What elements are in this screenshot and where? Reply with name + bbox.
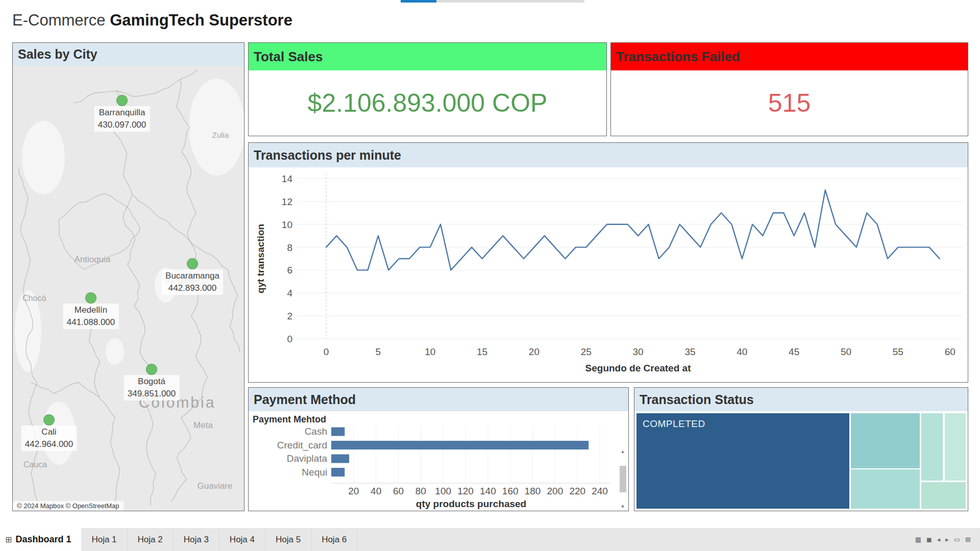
tab-hoja-1[interactable]: Hoja 1 <box>81 528 127 551</box>
map-terrain-patch <box>189 79 244 176</box>
total-sales-header: Total Sales <box>249 43 606 70</box>
top-scrollbar-thumb[interactable] <box>401 0 436 3</box>
x-tick-label: 30 <box>633 346 644 357</box>
city-label: Medellín441.088.000 <box>63 304 119 329</box>
y-axis-title: qyt transaction <box>255 224 266 293</box>
bar-category-label: Daviplata <box>287 453 328 464</box>
map-region-label: Zulia <box>212 131 229 139</box>
scroll-down-icon[interactable]: ▼ <box>621 504 625 509</box>
city-marker-dot[interactable] <box>146 364 157 375</box>
x-tick-label: 45 <box>789 346 799 357</box>
transactions-line-chart[interactable]: 02468101214051015202530354045505560qyt t… <box>249 167 968 382</box>
total-sales-title: Total Sales <box>254 49 323 65</box>
transactions-failed-card: Transactions Failed 515 <box>610 42 968 136</box>
previous-sheet-icon[interactable]: ◂ <box>937 536 941 543</box>
map-terrain-patch <box>106 338 124 365</box>
tab-label: Hoja 3 <box>184 535 209 545</box>
bar-category-label: Credit_card <box>277 440 327 451</box>
tab-hoja-3[interactable]: Hoja 3 <box>174 528 219 551</box>
x-tick-label: 0 <box>324 346 329 357</box>
city-name: Cali <box>25 426 74 438</box>
city-marker-dot[interactable] <box>116 95 128 106</box>
sheet-sorter-icon[interactable]: ▦ <box>915 536 921 543</box>
tab-dashboard-1[interactable]: ⊞Dashboard 1 <box>0 528 81 551</box>
bar-x-tick-label: 200 <box>547 486 564 496</box>
transaction-status-panel: Transaction Status COMPLETED <box>634 387 968 511</box>
tab-hoja-4[interactable]: Hoja 4 <box>219 528 265 551</box>
fullscreen-icon[interactable]: ⊠ <box>965 536 971 543</box>
presentation-mode-icon[interactable]: ▭ <box>954 536 960 543</box>
bar-x-tick-label: 180 <box>525 486 541 496</box>
transactions-per-minute-panel: Transactions per minute 0246810121405101… <box>248 142 968 383</box>
x-tick-label: 50 <box>841 346 851 357</box>
payment-bar[interactable] <box>331 455 349 463</box>
tab-hoja-6[interactable]: Hoja 6 <box>311 528 357 551</box>
payment-bar[interactable] <box>331 441 589 449</box>
bar-x-axis-title: qty products purchased <box>416 498 526 509</box>
x-tick-label: 40 <box>737 346 747 357</box>
treemap-block-completed[interactable]: COMPLETED <box>636 413 849 509</box>
bar-x-tick-label: 20 <box>348 486 359 496</box>
sheet-tab-bar: ⊞Dashboard 1 Hoja 1Hoja 2Hoja 3Hoja 4Hoj… <box>0 528 980 551</box>
city-sales-value: 430.097.000 <box>98 119 146 131</box>
total-sales-value: $2.106.893.000 COP <box>249 70 606 136</box>
top-scrollbar-track[interactable] <box>436 0 584 3</box>
bar-x-tick-label: 220 <box>569 486 585 496</box>
city-label: Bogotá349.851.000 <box>124 375 180 400</box>
map-region-label: Cauca <box>23 460 47 469</box>
bar-x-tick-label: 160 <box>502 486 519 496</box>
city-marker-dot[interactable] <box>43 414 55 425</box>
payment-method-header: Payment Method <box>249 388 628 411</box>
treemap-block[interactable] <box>945 413 966 481</box>
map-region-label: Antioquia <box>75 255 111 265</box>
payment-method-bar-chart[interactable]: Payment MehtodCashCredit_cardDaviplataNe… <box>249 411 628 511</box>
x-axis-title: Segundo de Created at <box>585 363 692 373</box>
y-tick-label: 2 <box>287 311 292 321</box>
treemap-block[interactable] <box>921 413 943 481</box>
treemap-block[interactable] <box>851 413 920 468</box>
bar-x-tick-label: 120 <box>457 486 474 496</box>
city-label: Bucaramanga442.893.000 <box>162 269 223 295</box>
map-terrain-patch <box>22 121 65 194</box>
x-tick-label: 25 <box>581 346 592 357</box>
tab-label: Hoja 2 <box>138 535 163 545</box>
tab-label: Hoja 1 <box>91 535 116 545</box>
treemap-block[interactable] <box>851 469 920 509</box>
map-boundary-line <box>123 196 156 506</box>
film-strip-icon[interactable]: ◼ <box>926 536 932 543</box>
city-name: Bogotá <box>128 375 176 388</box>
map-canvas[interactable]: ZuliaAntioquiaSantanderChocóColombiaMeta… <box>13 66 244 511</box>
bar-x-tick-label: 40 <box>371 486 381 496</box>
payment-scrollbar[interactable]: ▲ ▼ <box>618 449 627 509</box>
city-marker-dot[interactable] <box>187 258 198 269</box>
tab-hoja-5[interactable]: Hoja 5 <box>265 528 311 551</box>
transaction-status-treemap: COMPLETED <box>636 413 966 509</box>
bar-x-tick-label: 240 <box>592 486 608 496</box>
transactions-per-minute-title: Transactions per minute <box>254 148 401 163</box>
x-tick-label: 35 <box>684 346 695 357</box>
treemap-block[interactable] <box>921 482 966 509</box>
payment-bar[interactable] <box>331 468 345 477</box>
bar-category-label: Nequi <box>302 467 327 478</box>
bar-category-label: Cash <box>305 426 327 437</box>
sales-by-city-panel: Sales by City ZuliaAntioquiaSantanderCho… <box>12 42 244 511</box>
city-label: Barranquilla430.097.000 <box>94 106 150 132</box>
transaction-status-header: Transaction Status <box>634 388 968 411</box>
city-label: Cali442.964.000 <box>21 425 77 451</box>
y-tick-label: 14 <box>282 173 293 184</box>
y-tick-label: 10 <box>282 219 292 230</box>
tab-label: Hoja 6 <box>322 535 347 545</box>
transactions-line-series[interactable] <box>326 190 940 270</box>
scroll-up-icon[interactable]: ▲ <box>621 449 625 454</box>
next-sheet-icon[interactable]: ▸ <box>945 536 949 543</box>
sales-by-city-title: Sales by City <box>18 47 97 62</box>
map-region-label: Meta <box>193 420 213 431</box>
scrollbar-thumb[interactable] <box>620 466 626 492</box>
sheet-tab-strip: Hoja 1Hoja 2Hoja 3Hoja 4Hoja 5Hoja 6 <box>81 528 980 551</box>
bar-x-tick-label: 100 <box>435 486 451 496</box>
city-marker-dot[interactable] <box>85 292 96 304</box>
bar-x-tick-label: 60 <box>393 486 404 496</box>
payment-bar[interactable] <box>331 428 345 436</box>
tab-hoja-2[interactable]: Hoja 2 <box>128 528 174 551</box>
bar-axis-header: Payment Mehtod <box>253 414 326 424</box>
